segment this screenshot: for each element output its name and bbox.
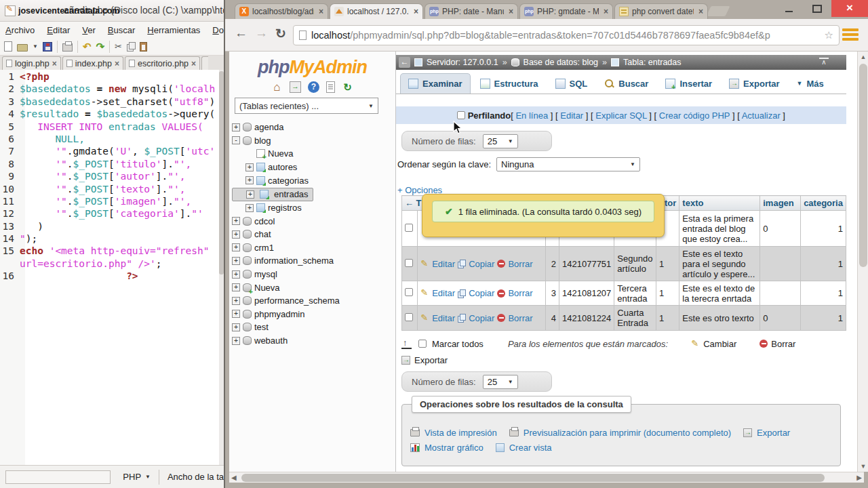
url-text[interactable]: localhost/phpmyadmin/sql.php?db=blog&tab… — [311, 30, 770, 41]
chrome-menu-icon[interactable] — [842, 28, 859, 42]
collapse-icon[interactable]: ∧ — [819, 58, 829, 66]
redo-icon[interactable]: ↷ — [96, 41, 105, 52]
reload-button[interactable]: ↻ — [275, 26, 286, 41]
delete-link[interactable]: Borrar — [508, 259, 532, 269]
profiling-link-editar[interactable]: Editar — [560, 110, 583, 121]
close-icon[interactable]: × — [191, 59, 196, 68]
tree-expander-icon[interactable]: + — [232, 323, 240, 331]
sidebar-item-categorias[interactable]: +categorias — [232, 174, 395, 187]
edit-link[interactable]: Editar — [432, 259, 455, 269]
pma-tab-examinar[interactable]: Examinar — [400, 73, 471, 94]
tab-close-icon[interactable]: × — [604, 7, 608, 16]
help-icon[interactable]: ? — [308, 81, 319, 93]
tab-close-icon[interactable]: × — [414, 7, 418, 16]
close-icon[interactable]: × — [115, 59, 119, 68]
profiling-link-crear-c-digo-php[interactable]: Crear código PHP — [659, 110, 730, 121]
home-icon[interactable]: ⌂ — [271, 81, 283, 93]
profiling-link-actualizar[interactable]: Actualizar — [742, 110, 781, 121]
copy-link[interactable]: Copiar — [469, 313, 494, 323]
sidebar-item-agenda[interactable]: +agenda — [232, 121, 395, 134]
sidebar-item-chat[interactable]: +chat — [232, 228, 395, 241]
breadcrumb-database[interactable]: Base de datos: blog — [524, 58, 599, 67]
editor-code-area[interactable]: 1<?php2$basededatos = new mysqli('localh… — [0, 70, 224, 465]
delete-action[interactable]: Borrar — [760, 339, 795, 349]
browser-tab-localhost-blog-adm[interactable]: localhost/blog/adm× — [235, 3, 328, 19]
recent-tables-select[interactable]: (Tablas recientes) ... ▼ — [235, 98, 378, 114]
row-checkbox[interactable] — [405, 259, 413, 267]
menu-herramientas[interactable]: Herramientas — [147, 25, 200, 35]
address-bar[interactable]: localhost/phpmyadmin/sql.php?db=blog&tab… — [293, 25, 840, 45]
scroll-down-icon[interactable]: ▼ — [858, 463, 868, 470]
pma-logo[interactable]: phpMyAdmin — [229, 57, 395, 78]
copy-link[interactable]: Copiar — [469, 259, 494, 269]
editor-tab-login-php[interactable]: login.php× — [2, 56, 61, 70]
pma-tab-estructura[interactable]: Estructura — [473, 73, 546, 94]
sidebar-item-registros[interactable]: +registros — [232, 201, 395, 215]
column-header-imagen[interactable]: imagen — [760, 196, 801, 211]
profiling-link-explicar-sql[interactable]: Explicar SQL — [595, 110, 646, 121]
tree-expander-icon[interactable]: + — [232, 283, 240, 291]
tree-expander-icon[interactable]: + — [245, 176, 254, 184]
check-all-checkbox[interactable] — [418, 340, 427, 348]
code-view[interactable]: 1<?php2$basededatos = new mysqli('localh… — [0, 70, 220, 283]
scroll-left-icon[interactable]: ◀ — [231, 474, 237, 481]
browser-vertical-scrollbar[interactable]: ▲ ▼ — [857, 52, 868, 472]
edit-link[interactable]: Editar — [432, 288, 455, 298]
sidebar-item-crm1[interactable]: +crm1 — [232, 241, 395, 255]
editor-tab-index-php[interactable]: index.php× — [62, 56, 123, 70]
sidebar-item-nueva[interactable]: Nueva — [232, 147, 395, 161]
new-tab-button[interactable] — [707, 6, 730, 16]
tree-expander-icon[interactable]: + — [232, 310, 240, 318]
edit-link[interactable]: Editar — [432, 313, 455, 323]
row-checkbox[interactable] — [405, 313, 413, 321]
tree-expander-icon[interactable]: + — [232, 297, 240, 305]
copy-link[interactable]: Copiar — [469, 288, 494, 298]
export-label[interactable]: Exportar — [414, 355, 448, 365]
scroll-right-icon[interactable]: ▶ — [856, 474, 862, 481]
tree-expander-icon[interactable]: + — [232, 123, 240, 131]
sidebar-item-entradas[interactable]: +entradas — [232, 188, 313, 201]
copy-icon[interactable] — [127, 42, 135, 51]
sidebar-item-information-schema[interactable]: +information_schema — [232, 254, 395, 268]
menu-archivo[interactable]: Archivo — [5, 25, 35, 35]
pma-tab-insertar[interactable]: Insertar — [658, 73, 719, 94]
sidebar-item-test[interactable]: +test — [232, 321, 395, 334]
editor-tab-partial[interactable] — [201, 56, 208, 70]
tab-close-icon[interactable]: × — [319, 7, 323, 16]
pma-tab-exportar[interactable]: Exportar — [722, 73, 787, 94]
language-selector[interactable]: PHP ▼ — [123, 472, 151, 482]
sidebar-item-nueva[interactable]: +Nueva — [232, 281, 395, 294]
browser-tab-php-date-manual[interactable]: PHP: date - Manual× — [425, 3, 518, 19]
tree-expander-icon[interactable]: + — [232, 270, 240, 279]
row-checkbox[interactable] — [405, 224, 413, 232]
menu-ver[interactable]: Ver — [82, 25, 96, 35]
pma-tab-buscar[interactable]: Buscar — [597, 73, 656, 94]
tree-expander-icon[interactable]: + — [246, 190, 254, 199]
browser-tab-php-gmdate-mar[interactable]: PHP: gmdate - Mar× — [519, 3, 613, 19]
breadcrumb-table[interactable]: Tabla: entradas — [623, 58, 681, 67]
sidebar-item-autores[interactable]: +autores — [232, 161, 395, 174]
editor-scrollbar-thumb[interactable] — [219, 71, 224, 274]
ops-link-vista-de-impresi-n[interactable]: Vista de impresión — [425, 428, 497, 438]
column-header-texto[interactable]: texto — [679, 196, 760, 211]
sidebar-item-performance-schema[interactable]: +performance_schema — [232, 294, 395, 308]
delete-link[interactable]: Borrar — [508, 313, 532, 323]
refresh-icon[interactable]: ↻ — [342, 81, 353, 93]
print-icon[interactable] — [62, 43, 73, 52]
cut-icon[interactable]: ✂ — [115, 41, 122, 52]
menu-editar[interactable]: Editar — [47, 25, 70, 35]
breadcrumb-back-icon[interactable]: ← — [399, 57, 410, 68]
sidebar-item-phpmyadmin[interactable]: +phpmyadmin — [232, 308, 395, 321]
menu-documen[interactable]: Documen — [212, 25, 224, 35]
tree-expander-icon[interactable]: + — [232, 217, 240, 225]
browser-horizontal-scrollbar[interactable]: ◀ ▶ — [229, 472, 864, 483]
paste-icon[interactable] — [140, 42, 147, 52]
close-icon[interactable]: × — [52, 59, 57, 68]
tree-expander-icon[interactable]: + — [232, 243, 240, 251]
profiling-link-en-l-nea[interactable]: En línea — [515, 110, 548, 121]
browser-hscroll-thumb[interactable] — [241, 474, 825, 482]
ops-link-exportar[interactable]: Exportar — [757, 428, 790, 438]
row-checkbox[interactable] — [405, 288, 413, 296]
breadcrumb-server[interactable]: Servidor: 127.0.0.1 — [427, 58, 498, 67]
browser-tab-php-convert-datetim[interactable]: php convert datetim× — [614, 3, 708, 19]
